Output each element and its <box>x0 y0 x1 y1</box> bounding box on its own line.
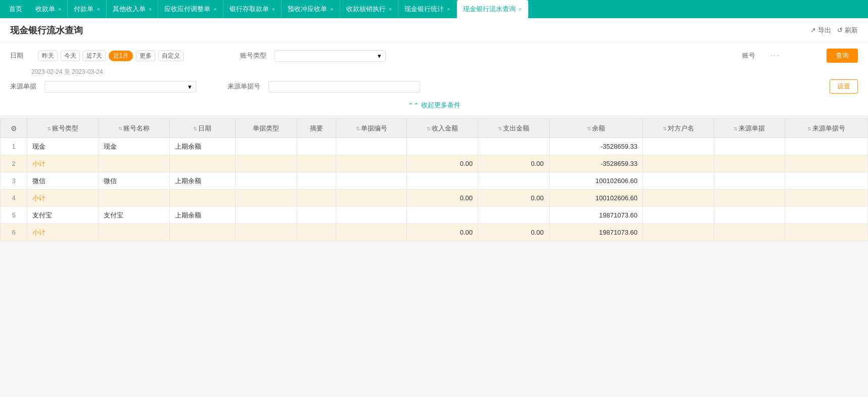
settings-icon: ⚙ <box>11 124 17 133</box>
col-settings[interactable]: ⚙ <box>1 119 27 138</box>
table-row[interactable]: 3微信微信上期余额100102606.60 <box>1 172 868 190</box>
table-row[interactable]: 2小计0.000.00-3528659.33 <box>1 155 868 172</box>
nav-tab-close-5[interactable]: × <box>330 6 333 12</box>
date-btn-more[interactable]: 更多 <box>136 51 155 61</box>
nav-tab-8[interactable]: 现金银行流水查询 × <box>457 0 528 18</box>
chevron-down-icon: ▾ <box>378 52 381 60</box>
account-dots-btn[interactable]: ··· <box>770 51 780 60</box>
table-cell <box>785 207 868 224</box>
date-btn-today[interactable]: 今天 <box>61 51 80 61</box>
nav-tab-2[interactable]: 其他收入单 × <box>107 0 158 18</box>
table-cell: 0.00 <box>407 190 478 207</box>
table-cell: 0.00 <box>478 155 550 172</box>
col-summary[interactable]: 摘要 <box>297 119 336 138</box>
table-cell <box>643 155 714 172</box>
nav-tab-close-8[interactable]: × <box>519 6 522 12</box>
table-cell <box>643 172 714 190</box>
table-cell <box>643 138 714 155</box>
table-cell <box>407 138 478 155</box>
refresh-button[interactable]: ↺ 刷新 <box>837 26 858 35</box>
table-row[interactable]: 5支付宝支付宝上期余额19871073.60 <box>1 207 868 224</box>
table-cell <box>169 224 235 241</box>
table-cell: 现金 <box>98 138 169 155</box>
table-container: ⚙ ⇅账号类型 ⇅账号名称 ⇅日期 单据类型 摘要 ⇅单据编号 ⇅收入金额 ⇅支… <box>0 118 868 241</box>
refresh-icon: ↺ <box>837 26 843 34</box>
source-doc-select[interactable]: ▾ <box>44 81 196 93</box>
table-cell <box>98 155 169 172</box>
table-row[interactable]: 4小计0.000.00100102606.60 <box>1 190 868 207</box>
table-cell: 100102606.60 <box>549 172 643 190</box>
nav-tab-close-6[interactable]: × <box>389 6 392 12</box>
nav-tab-label-2: 其他收入单 <box>113 5 146 14</box>
col-balance[interactable]: ⇅余额 <box>549 119 643 138</box>
table-cell <box>643 207 714 224</box>
col-doc-type[interactable]: 单据类型 <box>235 119 297 138</box>
col-source-doc-no[interactable]: ⇅来源单据号 <box>785 119 868 138</box>
col-doc-no[interactable]: ⇅单据编号 <box>336 119 407 138</box>
nav-tab-close-7[interactable]: × <box>447 6 450 12</box>
filter-row-1: 日期 昨天 今天 近7天 近1月 更多 自定义 账号类型 ▾ 账号 ··· 查询 <box>10 49 858 63</box>
col-source-doc[interactable]: ⇅来源单据 <box>714 119 785 138</box>
table-header: ⚙ ⇅账号类型 ⇅账号名称 ⇅日期 单据类型 摘要 ⇅单据编号 ⇅收入金额 ⇅支… <box>1 119 868 138</box>
nav-tab-close-4[interactable]: × <box>272 6 275 12</box>
col-date[interactable]: ⇅日期 <box>169 119 235 138</box>
col-account-type[interactable]: ⇅账号类型 <box>27 119 99 138</box>
nav-tab-close-3[interactable]: × <box>213 6 216 12</box>
table-cell <box>336 155 407 172</box>
collapse-icon: ⌃⌃ <box>408 102 419 109</box>
table-cell <box>336 138 407 155</box>
account-type-select[interactable]: ▾ <box>275 50 386 62</box>
collapse-bar[interactable]: ⌃⌃ 收起更多条件 <box>10 99 858 110</box>
nav-tab-close-2[interactable]: × <box>149 6 152 12</box>
nav-tab-label-7: 现金银行统计 <box>404 5 444 14</box>
export-icon: ↗ <box>810 26 816 34</box>
nav-tab-5[interactable]: 预收冲应收单 × <box>282 0 340 18</box>
table-row[interactable]: 1现金现金上期余额-3528659.33 <box>1 138 868 155</box>
table-cell: 小计 <box>27 224 99 241</box>
date-btn-custom[interactable]: 自定义 <box>158 51 184 61</box>
query-button[interactable]: 查询 <box>827 49 858 63</box>
date-options: 昨天 今天 近7天 近1月 更多 自定义 <box>38 51 184 61</box>
nav-tab-4[interactable]: 银行存取款单 × <box>223 0 282 18</box>
date-btn-7days[interactable]: 近7天 <box>83 51 106 61</box>
table-body: 1现金现金上期余额-3528659.332小计0.000.00-3528659.… <box>1 138 868 241</box>
date-btn-1month[interactable]: 近1月 <box>109 51 133 61</box>
source-doc-no-input[interactable] <box>268 81 420 93</box>
nav-home[interactable]: 首页 <box>2 5 29 14</box>
table-cell <box>235 224 297 241</box>
col-expense[interactable]: ⇅支出金额 <box>478 119 550 138</box>
table-cell: 0.00 <box>407 155 478 172</box>
nav-tab-close-1[interactable]: × <box>97 6 100 12</box>
filter-area: 日期 昨天 今天 近7天 近1月 更多 自定义 账号类型 ▾ 账号 ··· 查询… <box>0 42 868 116</box>
col-income[interactable]: ⇅收入金额 <box>407 119 478 138</box>
col-counterpart[interactable]: ⇅对方户名 <box>643 119 714 138</box>
nav-tab-1[interactable]: 付款单 × <box>68 0 106 18</box>
nav-tab-6[interactable]: 收款核销执行 × <box>340 0 398 18</box>
table-cell <box>98 224 169 241</box>
source-doc-chevron-icon: ▾ <box>188 83 192 91</box>
page-title: 现金银行流水查询 <box>10 24 83 36</box>
table-cell <box>714 190 785 207</box>
row-index: 1 <box>1 138 27 155</box>
date-btn-yesterday[interactable]: 昨天 <box>38 51 58 61</box>
refresh-label: 刷新 <box>845 26 858 35</box>
nav-tab-close-0[interactable]: × <box>58 6 61 12</box>
export-button[interactable]: ↗ 导出 <box>810 26 831 35</box>
nav-tab-7[interactable]: 现金银行统计 × <box>398 0 456 18</box>
col-account-name[interactable]: ⇅账号名称 <box>98 119 169 138</box>
settings-button[interactable]: 设置 <box>830 79 858 94</box>
table-cell: 19871073.60 <box>549 224 643 241</box>
table-cell <box>235 155 297 172</box>
nav-tab-0[interactable]: 收款单 × <box>29 0 68 18</box>
nav-tab-3[interactable]: 应收应付调整单 × <box>158 0 223 18</box>
table-cell: 19871073.60 <box>549 207 643 224</box>
table-cell <box>169 155 235 172</box>
table-cell: 小计 <box>27 190 99 207</box>
table-cell <box>297 224 336 241</box>
table-cell <box>714 224 785 241</box>
table-row[interactable]: 6小计0.000.0019871073.60 <box>1 224 868 241</box>
sort-icon-account-type: ⇅ <box>47 126 51 131</box>
source-doc-label: 来源单据 <box>10 82 36 91</box>
table-cell <box>235 172 297 190</box>
data-table: ⚙ ⇅账号类型 ⇅账号名称 ⇅日期 单据类型 摘要 ⇅单据编号 ⇅收入金额 ⇅支… <box>0 118 868 241</box>
